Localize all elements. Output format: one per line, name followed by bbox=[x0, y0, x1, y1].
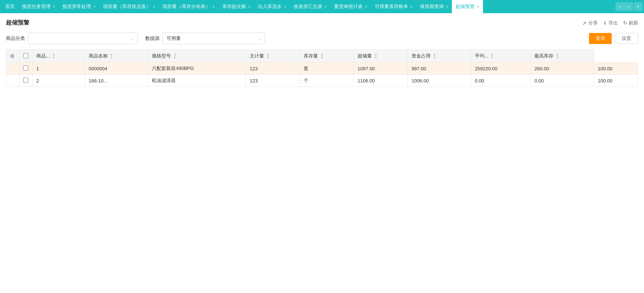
nav-item-quality-check[interactable]: 保质期查询× bbox=[416, 0, 452, 13]
header-actions: ➚ 分享 ⇓ 导出 ↻ 刷新 bbox=[582, 20, 638, 26]
category-label: 商品分类 bbox=[6, 35, 25, 42]
nav-item-inventory-dist[interactable]: 现存量（库存分布表）× bbox=[159, 0, 218, 13]
nav-item-close-icon[interactable]: × bbox=[212, 4, 215, 9]
nav-item-home[interactable]: 首页 bbox=[1, 0, 18, 13]
sort-icon-product-code[interactable]: ▲▼ bbox=[52, 53, 55, 60]
settings-button[interactable]: 设置 bbox=[615, 33, 638, 44]
sort-icon-unit[interactable]: ▲▼ bbox=[267, 53, 270, 60]
filter-row: 商品分类 ⌄ 数据源 可用量 ⌄ 查询 设置 bbox=[6, 33, 638, 44]
nav-item-label: 收发存汇总表 bbox=[294, 3, 322, 10]
nav-item-close-icon[interactable]: × bbox=[53, 4, 55, 9]
th-checkbox bbox=[19, 50, 33, 63]
refresh-icon: ↻ bbox=[623, 20, 627, 26]
row-checkbox-1[interactable] bbox=[23, 78, 28, 83]
nav-item-label: 拣货异常处理 bbox=[62, 3, 91, 10]
refresh-button[interactable]: ↻ 刷新 bbox=[623, 20, 638, 26]
share-label: 分享 bbox=[588, 20, 598, 26]
nav-item-receive-summary[interactable]: 收发存汇总表× bbox=[290, 0, 330, 13]
nav-item-close-icon[interactable]: × bbox=[284, 4, 286, 9]
th-unit: 主计量 ▲▼ bbox=[246, 50, 300, 63]
column-settings-icon[interactable]: ⚙ bbox=[10, 53, 15, 59]
nav-arrow-left[interactable]: ‹ bbox=[615, 2, 624, 11]
nav-arrow-right[interactable]: › bbox=[624, 2, 633, 11]
th-product-code-label: 商品... bbox=[36, 53, 50, 59]
nav-item-available-account[interactable]: 可用量库存账本× bbox=[371, 0, 416, 13]
td-capital-0: 259220.00 bbox=[471, 63, 531, 75]
sort-icon-product-name[interactable]: ▲▼ bbox=[110, 53, 113, 60]
nav-item-label: 保质期查询 bbox=[420, 3, 444, 10]
td-overstock-0: 997.00 bbox=[408, 63, 471, 75]
nav-item-order-stat[interactable]: 要货单统计表× bbox=[330, 0, 371, 13]
nav-item-inout-flow[interactable]: 出入库流水× bbox=[254, 0, 290, 13]
select-all-checkbox[interactable] bbox=[23, 53, 28, 58]
td-stock-1: 1106.00 bbox=[354, 75, 408, 87]
sort-icon-capital[interactable]: ▲▼ bbox=[433, 53, 436, 60]
query-button[interactable]: 查询 bbox=[589, 33, 612, 44]
td-max-stock-1: 100.00 bbox=[594, 75, 638, 87]
td-checkbox-0 bbox=[19, 63, 33, 75]
datasource-select[interactable]: 可用量 ⌄ bbox=[162, 33, 265, 44]
td-num-0: 1 bbox=[33, 63, 85, 75]
td-product-code-1: 186-10... bbox=[85, 75, 148, 87]
td-avg-1: 0.00 bbox=[531, 75, 594, 87]
nav-arrow-close[interactable]: × bbox=[634, 2, 643, 11]
nav-item-close-icon[interactable]: × bbox=[410, 4, 413, 9]
td-checkbox-1 bbox=[19, 75, 33, 87]
th-stock-label: 库存量 bbox=[304, 53, 318, 59]
th-max-stock: 最高库存 ▲▼ bbox=[531, 50, 594, 63]
nav-item-close-icon[interactable]: × bbox=[248, 4, 250, 9]
nav-item-close-icon[interactable]: × bbox=[325, 4, 327, 9]
export-label: 导出 bbox=[608, 20, 618, 26]
category-filter: 商品分类 ⌄ bbox=[6, 33, 138, 44]
nav-item-inventory-status[interactable]: 现存量（库存状况表）× bbox=[99, 0, 159, 13]
td-avg-0: 260.00 bbox=[531, 63, 594, 75]
th-overstock: 超储量 ▲▼ bbox=[354, 50, 408, 63]
datasource-chevron-icon: ⌄ bbox=[258, 37, 261, 41]
td-settings-0 bbox=[6, 63, 19, 75]
td-spec-0: 123 bbox=[246, 63, 300, 75]
nav-item-close-icon[interactable]: × bbox=[153, 4, 155, 9]
datasource-value: 可用量 bbox=[167, 35, 181, 42]
td-unit-1: 个 bbox=[300, 75, 354, 87]
datasource-filter: 数据源 可用量 ⌄ bbox=[145, 33, 265, 44]
nav-item-close-icon[interactable]: × bbox=[446, 4, 448, 9]
category-chevron-icon: ⌄ bbox=[131, 37, 134, 41]
datasource-label: 数据源 bbox=[145, 35, 160, 42]
nav-item-inventory-batch[interactable]: 库存批次账× bbox=[219, 0, 254, 13]
sort-icon-avg[interactable]: ▲▼ bbox=[491, 53, 494, 60]
td-capital-1: 0.00 bbox=[471, 75, 531, 87]
nav-item-label: 现存量（库存分布表） bbox=[162, 3, 210, 10]
refresh-label: 刷新 bbox=[629, 20, 638, 26]
nav-item-label: 库存批次账 bbox=[222, 3, 246, 10]
share-button[interactable]: ➚ 分享 bbox=[582, 20, 598, 26]
export-button[interactable]: ⇓ 导出 bbox=[603, 20, 618, 26]
page-title: 超储预警 bbox=[6, 19, 29, 27]
nav-item-close-icon[interactable]: × bbox=[93, 4, 95, 9]
page-content: 超储预警 ➚ 分享 ⇓ 导出 ↻ 刷新 商品分类 ⌄ 数据源 bbox=[0, 13, 644, 293]
nav-item-label: 拣货任务管理 bbox=[22, 3, 51, 10]
td-settings-1 bbox=[6, 75, 19, 87]
row-checkbox-0[interactable] bbox=[23, 66, 28, 71]
sort-icon-stock[interactable]: ▲▼ bbox=[321, 53, 323, 60]
sort-icon-overstock[interactable]: ▲▼ bbox=[374, 53, 377, 60]
td-stock-0: 1097.00 bbox=[354, 63, 408, 75]
th-max-stock-label: 最高库存 bbox=[534, 53, 553, 59]
th-spec-label: 规格型号 bbox=[152, 53, 171, 59]
th-stock: 库存量 ▲▼ bbox=[300, 50, 354, 63]
th-avg-label: 平均... bbox=[475, 53, 489, 59]
td-unit-0: 套 bbox=[300, 63, 354, 75]
nav-item-close-icon[interactable]: × bbox=[365, 4, 367, 9]
nav-item-label: 首页 bbox=[5, 3, 15, 10]
nav-item-tihuo-exception[interactable]: 拣货异常处理× bbox=[59, 0, 99, 13]
nav-item-label: 超储预警 bbox=[455, 3, 475, 10]
category-select[interactable]: ⌄ bbox=[28, 33, 138, 44]
td-overstock-1: 1006.00 bbox=[408, 75, 471, 87]
th-product-code: 商品... ▲▼ bbox=[33, 50, 85, 63]
nav-item-tihuo-task[interactable]: 拣货任务管理× bbox=[18, 0, 59, 13]
nav-item-label: 现存量（库存状况表） bbox=[103, 3, 151, 10]
nav-item-overstock[interactable]: 超储预警× bbox=[452, 0, 483, 13]
nav-item-close-icon[interactable]: × bbox=[477, 4, 479, 9]
sort-icon-max-stock[interactable]: ▲▼ bbox=[556, 53, 559, 60]
sort-icon-spec[interactable]: ▲▼ bbox=[173, 53, 176, 60]
td-max-stock-0: 100.00 bbox=[594, 63, 638, 75]
